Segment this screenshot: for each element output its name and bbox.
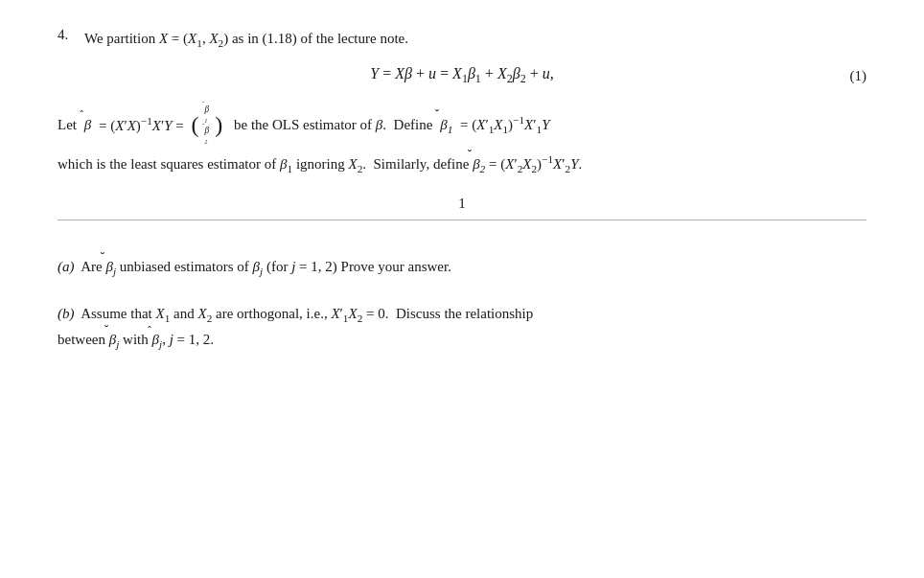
let-text: Let [58,110,81,139]
problem-header: 4. We partition X = (X1, X2) as in (1.18… [58,27,866,52]
problem-number: 4. [58,27,77,43]
part-b-label: (b) [58,306,75,321]
problem-intro: We partition X = (X1, X2) as in (1.18) o… [84,27,408,52]
equation-1: Y = Xβ + u = X1β1 + X2β2 + u, (1) [58,65,866,86]
page-number: 1 [58,196,866,212]
part-a-label: (a) [58,259,75,274]
page-container: 4. We partition X = (X1, X2) as in (1.18… [0,0,924,578]
equation-number: (1) [850,68,867,84]
part-a: (a) Are β̆j unbiased estimators of βj (f… [58,255,866,281]
lower-section: (a) Are β̆j unbiased estimators of βj (f… [58,220,866,373]
beta-breve-1: β̆1 [440,110,452,141]
matrix-close: ) [215,113,222,136]
beta-hat: β̂ [84,110,91,139]
matrix-entries: β̂1 β̂2 [203,104,212,147]
let-line: Let β̂ = (X′X)−1X′Y = ( β̂1 β̂2 ) be the… [58,104,866,147]
beta-breve-2: β̆2 [473,156,485,172]
matrix-open: ( [192,113,199,136]
and-text: and [173,306,195,321]
which-line: which is the least squares estimator of … [58,150,866,178]
equation-content: Y = Xβ + u = X1β1 + X2β2 + u, [370,65,553,81]
part-b: (b) Assume that X1 and X2 are orthogonal… [58,302,866,354]
